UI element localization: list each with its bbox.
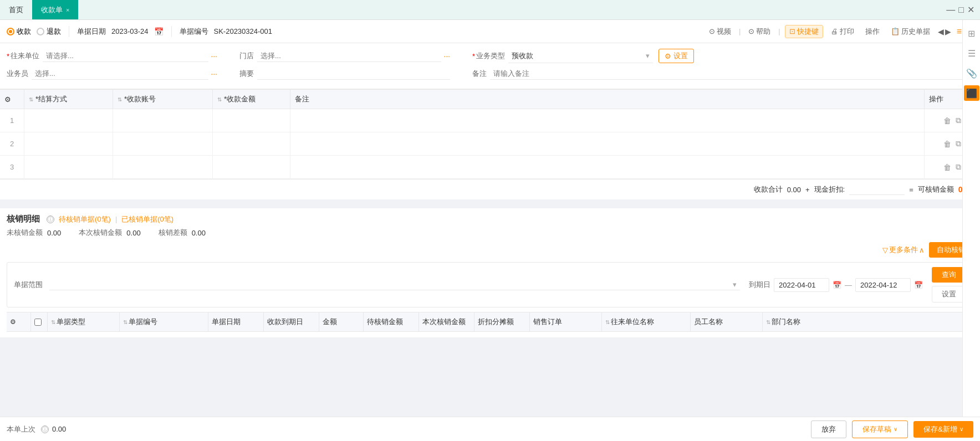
th-settings[interactable]: ⚙	[0, 90, 24, 109]
collection-total-value: 0.00	[787, 186, 801, 194]
th-account: ⇅ *收款账号	[113, 90, 213, 109]
nav-right-btn[interactable]: ▶	[945, 27, 951, 36]
row-settlement-2[interactable]	[24, 132, 113, 155]
row-delete-3[interactable]: 🗑	[943, 163, 951, 172]
nav-left-btn[interactable]: ◀	[938, 27, 944, 36]
more-conditions-btn[interactable]: ▽ 更多条件 ∧	[882, 245, 925, 255]
row-settlement-1[interactable]	[24, 109, 113, 132]
settings-label: 设置	[673, 51, 688, 61]
counterpart-input[interactable]	[43, 50, 208, 62]
save-new-btn[interactable]: 保存&新增 ∨	[913, 421, 973, 438]
abandon-btn[interactable]: 放弃	[811, 421, 846, 438]
row-amount-1[interactable]	[213, 109, 290, 132]
tab-close-icon[interactable]: ×	[66, 7, 69, 13]
bth-checkbox[interactable]	[31, 312, 48, 331]
counterpart-field: * 往来单位 ···	[7, 50, 217, 62]
discount-input[interactable]	[849, 184, 905, 195]
radio-collect[interactable]: 收款	[7, 27, 31, 37]
settings-btn[interactable]: ⚙ 设置	[659, 49, 694, 63]
print-btn[interactable]: 🖨 打印	[828, 25, 858, 38]
sort-icon-account[interactable]: ⇅	[118, 96, 122, 102]
sidebar-icon-table[interactable]: ⊞	[964, 25, 979, 41]
date-range-field: 到期日 📅 — 📅	[749, 278, 923, 292]
tab-home[interactable]: 首页	[0, 0, 32, 19]
date-from-icon[interactable]: 📅	[833, 281, 841, 289]
bth-bill-no: ⇅ 单据编号	[120, 312, 208, 331]
help-btn[interactable]: ⊙ 帮助	[745, 25, 774, 38]
summary-input[interactable]	[257, 68, 450, 80]
toolbar-divider-1	[69, 26, 69, 37]
notes-input[interactable]	[490, 68, 973, 80]
bill-no-value[interactable]: SK-20230324-001	[214, 27, 273, 35]
unchecked-label: 未核销金额	[7, 228, 43, 238]
shop-input[interactable]	[257, 50, 441, 62]
bill-range-select[interactable]: ▾	[49, 279, 740, 290]
select-all-checkbox[interactable]	[34, 319, 42, 326]
date-from-input[interactable]	[774, 278, 829, 292]
verify-settings-btn[interactable]: 设置	[932, 286, 966, 302]
verify-info-icon[interactable]: ⓘ	[47, 216, 54, 223]
row-copy-1[interactable]: ⧉	[956, 116, 961, 125]
sort-icon-settlement[interactable]: ⇅	[29, 96, 33, 102]
sort-icon-counterpart[interactable]: ⇅	[605, 319, 610, 325]
row-account-1[interactable]	[113, 109, 213, 132]
row-delete-1[interactable]: 🗑	[943, 116, 951, 125]
date-to-input[interactable]	[855, 278, 911, 292]
sidebar-icon-attach[interactable]: 📎	[964, 65, 979, 81]
sort-icon-amount[interactable]: ⇅	[217, 96, 222, 102]
verify-tab-pending[interactable]: 待核销单据(0笔)	[59, 214, 111, 224]
chevron-up-icon: ∧	[919, 246, 925, 254]
biz-type-select[interactable]: 预收款 ▾	[508, 49, 653, 63]
row-delete-2[interactable]: 🗑	[943, 140, 951, 148]
radio-refund[interactable]: 退款	[37, 27, 61, 37]
view-list-btn[interactable]: ≡	[956, 25, 963, 38]
history-btn[interactable]: 📋 历史单据	[887, 25, 933, 38]
sidebar-icon-capture[interactable]: ⬛	[964, 85, 979, 101]
bill-date-value[interactable]: 2023-03-24	[111, 27, 149, 35]
row-notes-2[interactable]	[290, 132, 925, 155]
row-notes-3[interactable]	[290, 156, 925, 178]
window-close-btn[interactable]: ✕	[967, 4, 974, 15]
row-settlement-3[interactable]	[24, 156, 113, 178]
sort-icon-bill-type[interactable]: ⇅	[51, 319, 55, 325]
sidebar-icon-list[interactable]: ☰	[964, 45, 979, 61]
row-amount-2[interactable]	[213, 132, 290, 155]
biz-required: *	[472, 52, 475, 60]
row-notes-1[interactable]	[290, 109, 925, 132]
table-row: 3 🗑 ⧉	[0, 156, 980, 179]
due-date-label: 到期日	[749, 280, 770, 290]
shop-field: 门店 ···	[239, 50, 450, 62]
bill-range-field: 单据范围 ▾	[14, 279, 740, 290]
staff-more-icon[interactable]: ···	[211, 69, 217, 78]
video-btn[interactable]: ⊙ 视频	[706, 25, 734, 38]
counterpart-more-icon[interactable]: ···	[211, 52, 217, 60]
bth-settings[interactable]: ⚙	[7, 312, 31, 331]
row-copy-2[interactable]: ⧉	[956, 139, 961, 148]
footer-info-icon[interactable]: ⓘ	[41, 425, 49, 433]
tab-bar: 首页 收款单 × — □ ✕	[0, 0, 980, 20]
staff-label: 业务员	[7, 69, 28, 79]
tab-active[interactable]: 收款单 ×	[32, 0, 78, 19]
biz-type-value: 预收款	[512, 51, 533, 61]
verify-title: 核销明细	[7, 214, 40, 224]
quickkey-btn[interactable]: ⊡ 快捷键	[785, 25, 823, 38]
shop-more-icon[interactable]: ···	[443, 52, 450, 60]
staff-input[interactable]	[32, 68, 208, 80]
sort-icon-bill-no[interactable]: ⇅	[123, 319, 127, 325]
row-account-3[interactable]	[113, 156, 213, 178]
right-sidebar: ⊞ ☰ 📎 ⬛	[962, 20, 980, 417]
sort-icon-dept[interactable]: ⇅	[766, 319, 770, 325]
operate-btn[interactable]: 操作	[862, 25, 883, 38]
row-amount-3[interactable]	[213, 156, 290, 178]
verify-tab-done[interactable]: 已核销单据(0笔)	[121, 214, 173, 224]
window-maximize-btn[interactable]: □	[958, 5, 964, 15]
row-account-2[interactable]	[113, 132, 213, 155]
query-btn[interactable]: 查询	[932, 267, 966, 283]
save-draft-btn[interactable]: 保存草稿 ∨	[852, 421, 908, 438]
bill-date-calendar-icon[interactable]: 📅	[154, 27, 164, 36]
date-to-icon[interactable]: 📅	[914, 281, 923, 289]
row-copy-3[interactable]: ⧉	[956, 162, 961, 172]
window-minimize-btn[interactable]: —	[946, 5, 955, 15]
radio-group: 收款 退款	[7, 27, 61, 37]
bth-bill-type: ⇅ 单据类型	[48, 312, 120, 331]
